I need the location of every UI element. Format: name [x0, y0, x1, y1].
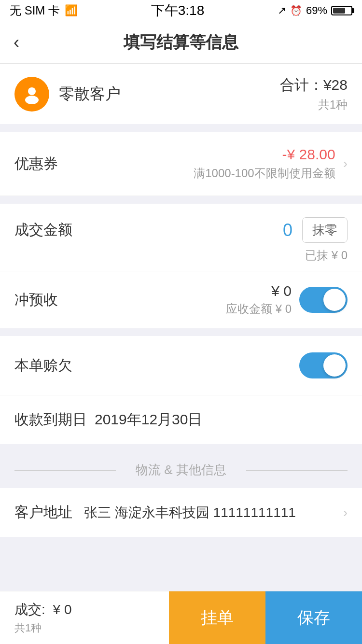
total-count: 共1种	[280, 97, 348, 112]
credit-row: 本单赊欠	[0, 336, 362, 395]
advance-sub-amount: 应收金额 ¥ 0	[226, 301, 292, 317]
advance-toggle[interactable]	[299, 287, 348, 313]
customer-avatar	[14, 77, 49, 112]
customer-section: 零散客户 合计：¥28 共1种	[0, 64, 362, 124]
save-button[interactable]: 保存	[265, 591, 362, 644]
credit-toggle[interactable]	[299, 352, 348, 378]
chevron-right-icon: ›	[343, 156, 348, 171]
transaction-label: 成交金额	[14, 220, 72, 240]
carrier-text: 无 SIM 卡	[10, 3, 60, 18]
back-button[interactable]: ‹	[14, 32, 19, 53]
round-button[interactable]: 抹零	[302, 217, 348, 243]
status-time: 下午3:18	[151, 1, 205, 20]
credit-section: 本单赊欠 收款到期日 2019年12月30日	[0, 336, 362, 444]
svg-point-0	[28, 87, 36, 95]
coupon-discount: -¥ 28.00	[194, 146, 335, 163]
bottom-bar: 成交: ¥ 0 共1种 挂单 保存	[0, 591, 362, 644]
bottom-info: 成交: ¥ 0 共1种	[0, 601, 169, 635]
nav-bar: ‹ 填写结算等信息	[0, 21, 362, 64]
credit-label: 本单赊欠	[14, 356, 72, 376]
status-left: 无 SIM 卡 📶	[10, 3, 78, 18]
address-chevron-icon: ›	[343, 505, 348, 520]
location-icon: ↗	[278, 4, 286, 17]
coupon-values: -¥ 28.00 满1000-100不限制使用金额	[194, 146, 335, 181]
transaction-sub: 已抹 ¥ 0	[0, 248, 362, 271]
bottom-deal-label: 成交:	[14, 602, 45, 617]
toggle-knob	[323, 289, 346, 311]
customer-name: 零散客户	[59, 84, 121, 105]
coupon-row[interactable]: 优惠券 -¥ 28.00 满1000-100不限制使用金额 ›	[0, 132, 362, 196]
user-icon	[22, 84, 42, 104]
address-row[interactable]: 客户地址 张三 海淀永丰科技园 11111111111 ›	[0, 488, 362, 537]
status-right: ↗ ⏰ 69%	[278, 4, 352, 17]
logistics-divider: 物流 & 其他信息	[0, 452, 362, 488]
coupon-desc: 满1000-100不限制使用金额	[194, 166, 335, 181]
transaction-right: 0 抹零	[283, 217, 348, 243]
save-label: 保存	[297, 607, 330, 629]
credit-toggle-knob	[323, 354, 346, 377]
coupon-right: -¥ 28.00 满1000-100不限制使用金额 ›	[194, 146, 348, 181]
page-title: 填写结算等信息	[124, 31, 238, 54]
battery-percent: 69%	[306, 4, 327, 17]
hangup-button[interactable]: 挂单	[169, 591, 265, 644]
logistics-label: 物流 & 其他信息	[136, 462, 226, 477]
wifi-icon: 📶	[65, 4, 78, 17]
bottom-count: 共1种	[14, 621, 154, 635]
status-bar: 无 SIM 卡 📶 下午3:18 ↗ ⏰ 69%	[0, 0, 362, 21]
coupon-label: 优惠券	[14, 154, 58, 174]
svg-point-1	[25, 96, 39, 104]
bottom-deal-amount: ¥ 0	[53, 602, 72, 617]
due-date-value: 2019年12月30日	[95, 410, 202, 430]
advance-main-amount: ¥ 0	[226, 283, 292, 299]
advance-right: ¥ 0 应收金额 ¥ 0	[226, 283, 348, 317]
transaction-row: 成交金额 0 抹零	[0, 204, 362, 248]
customer-right: 合计：¥28 共1种	[280, 75, 348, 112]
address-label: 客户地址	[14, 503, 72, 522]
hangup-label: 挂单	[201, 607, 234, 629]
advance-label: 冲预收	[14, 290, 58, 310]
transaction-section: 成交金额 0 抹零 已抹 ¥ 0 冲预收 ¥ 0 应收金额 ¥ 0	[0, 204, 362, 328]
content: 零散客户 合计：¥28 共1种 优惠券 -¥ 28.00 满1000-100不限…	[0, 64, 362, 644]
transaction-value: 0	[283, 220, 292, 240]
advance-amounts: ¥ 0 应收金额 ¥ 0	[226, 283, 292, 317]
bottom-buttons: 挂单 保存	[169, 591, 362, 644]
customer-left: 零散客户	[14, 77, 121, 112]
due-date-row: 收款到期日 2019年12月30日	[0, 395, 362, 444]
due-date-label: 收款到期日	[14, 410, 87, 430]
total-amount: 合计：¥28	[280, 75, 348, 95]
address-value: 张三 海淀永丰科技园 11111111111	[84, 504, 337, 522]
bottom-deal-row: 成交: ¥ 0	[14, 601, 154, 619]
battery-icon	[331, 6, 352, 15]
advance-row: 冲预收 ¥ 0 应收金额 ¥ 0	[0, 271, 362, 328]
alarm-icon: ⏰	[290, 5, 302, 16]
